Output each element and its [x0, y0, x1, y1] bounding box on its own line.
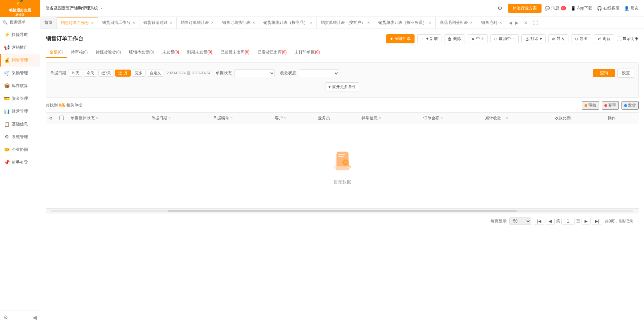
horizontal-scrollbar[interactable]: [46, 208, 639, 213]
subtab-wangpu[interactable]: 旺铺待发货(0): [125, 47, 158, 58]
subtab-shipped-no-warehouse[interactable]: 已发货未出库(0): [216, 47, 254, 58]
topbar-settings-btn[interactable]: ⚙: [495, 4, 505, 13]
tab-stat-staff-close[interactable]: ✕: [429, 21, 431, 25]
import-btn[interactable]: ⊕ 导入: [548, 34, 568, 43]
sidebar-item-finance[interactable]: 💳 资金管理: [0, 92, 40, 105]
sort-customer-icon[interactable]: ⇅: [284, 116, 287, 120]
refresh-btn[interactable]: ↺ 刷新: [594, 34, 614, 43]
search-menu[interactable]: 🔍 搜索菜单: [0, 17, 40, 28]
col-abnormal[interactable]: 异常信息 ⇅: [358, 113, 420, 124]
tab-sales-more[interactable]: 销售毛利 ✕: [477, 17, 506, 29]
tab-sales-stats-close[interactable]: ✕: [211, 21, 214, 25]
settings-bottom-icon[interactable]: ⚙: [3, 314, 8, 321]
prev-page-btn[interactable]: ◀: [546, 218, 555, 225]
page-number-input[interactable]: [561, 218, 575, 225]
show-detail-checkbox[interactable]: [617, 37, 621, 41]
sidebar-item-purchase[interactable]: 🛒 采购管理: [0, 67, 40, 79]
subtab-shipped-out-warehouse[interactable]: 已发货已出库(0): [254, 47, 291, 58]
next-page-btn[interactable]: ▶: [582, 218, 591, 225]
tab-stat-staff[interactable]: 销货单统计表（按业务员） ✕: [374, 17, 436, 29]
smart-create-btn[interactable]: ★ 智能生单: [386, 34, 415, 43]
date-btn-custom[interactable]: 自定义: [147, 70, 164, 77]
date-btn-7days[interactable]: 近7天: [98, 70, 114, 77]
col-customer[interactable]: 客户 ⇅: [271, 113, 314, 124]
query-btn[interactable]: 查询: [593, 69, 615, 77]
scrollbar-thumb[interactable]: [168, 210, 517, 212]
tab-home[interactable]: 首页: [40, 17, 57, 29]
sort-collected-icon[interactable]: ⇅: [506, 116, 508, 120]
sort-date-icon[interactable]: ⇅: [168, 116, 171, 120]
print-btn[interactable]: 🖨 打印 ▾: [521, 34, 546, 43]
col-date[interactable]: 单据日期 ⇅: [148, 113, 210, 124]
tab-cash-reconcile[interactable]: 钱货日清对账 ✕: [139, 17, 177, 29]
col-collected[interactable]: 累计收款... ⇅: [482, 113, 551, 124]
tab-margin-close[interactable]: ✕: [470, 21, 473, 25]
tab-stat-product-close[interactable]: ✕: [310, 21, 312, 25]
payment-select[interactable]: [299, 69, 339, 77]
sidebar-item-inventory[interactable]: 📦 库存核算: [0, 79, 40, 92]
add-btn[interactable]: ＋ + 新增: [417, 34, 441, 43]
tab-next-btn[interactable]: ▶: [514, 20, 520, 26]
tab-close-all-btn[interactable]: ✕: [521, 20, 530, 26]
cancel-stop-btn[interactable]: ⊙ 取消中止: [490, 34, 519, 43]
expand-conditions-btn[interactable]: ▾ 展开更多条件: [326, 82, 359, 91]
date-btn-today[interactable]: 今天: [84, 70, 97, 77]
sort-abnormal-icon[interactable]: ⇅: [379, 116, 381, 120]
tab-cash-reconcile-close[interactable]: ✕: [170, 21, 172, 25]
tab-sales-more-close[interactable]: ✕: [499, 21, 502, 25]
ship-op-btn[interactable]: 发货: [621, 101, 639, 110]
tab-sales-exec[interactable]: 销售订单执行表 ✕: [218, 17, 259, 29]
sidebar-item-enterprise[interactable]: 🤝 企业协同: [0, 143, 40, 156]
col-number[interactable]: 单据编号 ⇅: [210, 113, 271, 124]
cancel-review-op-btn[interactable]: 弃审: [602, 101, 619, 110]
sort-amount-icon[interactable]: ⇅: [440, 116, 443, 120]
sidebar-item-operations[interactable]: 📊 经营管理: [0, 105, 40, 118]
review-op-btn[interactable]: 审核: [582, 101, 599, 110]
sidebar-item-basic-info[interactable]: 📋 基础信息: [0, 118, 40, 130]
first-page-btn[interactable]: |◀: [534, 218, 544, 225]
tab-expand-btn[interactable]: ⛶: [530, 20, 541, 26]
export-btn[interactable]: ⊖ 导出: [571, 34, 591, 43]
sidebar-item-marketing[interactable]: 📢 营销推广: [0, 41, 40, 54]
sidebar-item-sales[interactable]: 💰 销售管理: [0, 54, 40, 67]
date-btn-yesterday[interactable]: 昨天: [69, 70, 82, 77]
messages-btn[interactable]: 💬 消息 6: [545, 5, 566, 11]
tab-margin[interactable]: 商品毛利分析表 ✕: [436, 17, 477, 29]
col-amount[interactable]: 订单金额 ⇅: [420, 113, 482, 124]
online-service-btn[interactable]: 🎧 在线客服: [597, 5, 619, 11]
sort-overall-status-icon[interactable]: ⇅: [96, 116, 98, 120]
tab-sales-order[interactable]: 销售订单工作台 ✕: [57, 17, 98, 29]
collapse-icon[interactable]: ◀: [33, 314, 37, 321]
tab-sales-exec-close[interactable]: ✕: [252, 21, 255, 25]
delete-btn[interactable]: 🗑 删除: [444, 34, 465, 43]
date-btn-1month[interactable]: 近1月: [115, 70, 131, 77]
col-settings[interactable]: ⚙: [46, 113, 56, 124]
per-page-select[interactable]: 50 100 200: [509, 217, 531, 225]
subtab-unprinted[interactable]: 未打印单据(0): [291, 47, 324, 58]
subtab-unshipped[interactable]: 未发货(0): [158, 47, 183, 58]
tab-sales-order-close[interactable]: ✕: [91, 21, 94, 25]
tab-stat-customer-close[interactable]: ✕: [367, 21, 370, 25]
scrollbar-track[interactable]: [51, 210, 633, 212]
sidebar-item-system[interactable]: ⚙ 系统管理: [0, 130, 40, 143]
user-menu-btn[interactable]: 👤 用友: [624, 5, 639, 11]
col-staff[interactable]: 业务员: [314, 113, 358, 124]
settings-filter-btn[interactable]: 设置: [617, 69, 634, 78]
col-overall-status[interactable]: 单据整体状态 ⇅: [67, 113, 148, 124]
status-select[interactable]: [234, 69, 275, 77]
app-download-btn[interactable]: 📱 App下载: [571, 5, 592, 11]
show-detail-checkbox-label[interactable]: 显示明细: [617, 36, 639, 42]
solution-btn[interactable]: 体验行业方案: [508, 4, 542, 13]
tab-stat-product[interactable]: 销货单统计表（按商品） ✕: [259, 17, 317, 29]
subtab-pending-review[interactable]: 待审核(0): [67, 47, 92, 58]
tab-prev-btn[interactable]: ◀: [508, 20, 513, 26]
sidebar-item-guide[interactable]: 📌 新手引导: [0, 156, 40, 169]
tab-stat-customer[interactable]: 销货单统计表（按客户） ✕: [317, 17, 374, 29]
stop-btn[interactable]: ⊗ 中止: [468, 34, 488, 43]
date-btn-more[interactable]: 更多: [132, 70, 145, 77]
sidebar-item-quick-nav[interactable]: ⚡ 快捷导航: [0, 28, 40, 41]
sort-number-icon[interactable]: ⇅: [230, 116, 233, 120]
tab-cash-daily[interactable]: 钱货日清工作台 ✕: [98, 17, 139, 29]
tab-cash-daily-close[interactable]: ✕: [132, 21, 135, 25]
subtab-overdue[interactable]: 到期未发货(0): [183, 47, 216, 58]
